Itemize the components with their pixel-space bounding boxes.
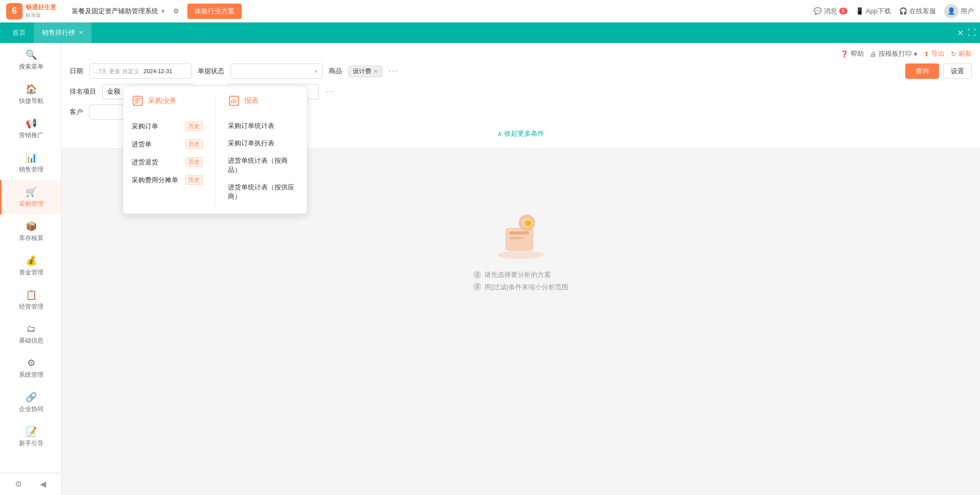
sidebar-item-inventory[interactable]: 📦 库存核算 (0, 214, 61, 249)
tab-sales-ranking-label: 销售排行榜 (42, 28, 75, 37)
filter-row-1: 日期 ...7天 更多 自定义 2024-12-31 单据状态 ▾ 商品 设计费 (70, 63, 972, 79)
purchase-order-stats-item[interactable]: 采购订单统计表 (228, 117, 299, 135)
tab-sales-ranking[interactable]: 销售排行榜 ✕ (34, 23, 92, 43)
status-label: 单据状态 (198, 67, 224, 76)
purchase-expense-item[interactable]: 采购费用分摊单 历史 (132, 171, 203, 189)
report-section-icon (228, 95, 240, 107)
system-title: 装餐及固定资产辅助管理系统 ▾ (72, 7, 165, 16)
purchase-order-exec-item[interactable]: 采购订单执行表 (228, 135, 299, 152)
tip2-dot: 2 (473, 283, 481, 291)
history-badge-1: 历史 (185, 139, 203, 149)
status-input[interactable]: ▾ (230, 63, 323, 79)
purchase-section-icon (132, 95, 144, 107)
salesperson-more-icon[interactable]: ··· (325, 87, 335, 96)
goods-label: 商品 (329, 67, 342, 76)
svg-rect-8 (229, 96, 239, 105)
chevron-down-icon[interactable]: ▾ (161, 7, 165, 15)
sidebar-collapse-icon[interactable]: ◀ (40, 479, 46, 489)
app-download-btn[interactable]: 📱 App下载 (856, 7, 891, 16)
top-right: 💬 消息 6 📱 App下载 🎧 在线客服 👤 用户 (814, 4, 974, 18)
svg-rect-2 (509, 231, 529, 234)
report-section-header: 报表 (228, 95, 299, 111)
goods-receipt-stats-by-supplier-item[interactable]: 进货单统计表（按供应商） (228, 179, 299, 205)
goods-receipt-stats-by-goods-item[interactable]: 进货单统计表（按商品） (228, 152, 299, 179)
basic-info-icon: 🗂 (27, 324, 36, 334)
sidebar-item-enterprise[interactable]: 🔗 企业协同 (0, 385, 61, 420)
message-badge: 6 (839, 8, 847, 14)
sidebar-item-marketing[interactable]: 📢 营销推广 (0, 112, 61, 146)
print-template-btn[interactable]: 🖨 按模板打印 ▾ (870, 49, 918, 58)
goods-filter: 设计费 ✕ (348, 66, 382, 77)
svg-point-0 (498, 251, 544, 259)
goods-return-item[interactable]: 进货退货 历史 (132, 153, 203, 171)
collapse-chevron-icon: ∧ (497, 130, 502, 138)
sidebar-item-sales[interactable]: 📊 销售管理 (0, 146, 61, 180)
tab-expand-icon[interactable]: ⛶ (968, 28, 976, 37)
main-layout: 🔍 搜索菜单 🏠 快捷导航 📢 营销推广 📊 销售管理 🛒 采购管理 📦 库存核… (0, 43, 980, 495)
setting-btn[interactable]: 设置 (943, 63, 972, 79)
logo-icon: 6 (6, 3, 23, 19)
message-icon: 💬 (814, 7, 822, 15)
empty-illustration: 😕 (490, 210, 551, 263)
goods-receipt-item[interactable]: 进货单 历史 (132, 135, 203, 153)
date-label: 日期 (70, 67, 83, 76)
inventory-icon: 📦 (26, 221, 37, 232)
operations-icon: 📋 (26, 289, 37, 300)
tab-bar: 首页 销售排行榜 ✕ ✕ ⛶ (0, 23, 980, 43)
goods-more-icon[interactable]: ··· (389, 67, 398, 76)
sidebar-item-purchase[interactable]: 🛒 采购管理 (0, 180, 61, 214)
help-btn[interactable]: ❓ 帮助 (840, 49, 864, 58)
sidebar-bottom: ⚙ ◀ (0, 472, 61, 495)
tab-close-icon[interactable]: ✕ (78, 29, 83, 36)
filter-toolbar: ❓ 帮助 🖨 按模板打印 ▾ ⬆ 导出 ↻ 刷新 (70, 49, 972, 58)
history-badge-2: 历史 (185, 157, 203, 167)
purchase-business-section: 采购业务 采购订单 历史 进货单 历史 进货退货 历史 采购费用分摊单 历史 (132, 95, 203, 205)
tip1-dot: 1 (473, 271, 481, 279)
menu-section-divider (215, 95, 216, 205)
top-bar: 6 畅通好生意 标准版 装餐及固定资产辅助管理系统 ▾ ⚙ 体验行业方案 💬 消… (0, 0, 980, 23)
goods-tag-close-icon[interactable]: ✕ (373, 68, 378, 75)
sales-icon: 📊 (26, 152, 37, 163)
settings-gear-icon[interactable]: ⚙ (169, 4, 183, 18)
query-btn[interactable]: 查询 (905, 63, 939, 79)
industry-btn[interactable]: 体验行业方案 (187, 4, 242, 19)
sidebar-item-operations[interactable]: 📋 经营管理 (0, 283, 61, 317)
sidebar-item-search[interactable]: 🔍 搜索菜单 (0, 43, 61, 77)
marketing-icon: 📢 (26, 118, 37, 129)
sidebar-item-finance[interactable]: 💰 资金管理 (0, 249, 61, 283)
svg-text:😕: 😕 (524, 219, 532, 227)
tab-bar-actions: ✕ ⛶ (957, 28, 976, 38)
export-btn[interactable]: ⬆ 导出 (924, 49, 945, 58)
customer-label: 客户 (70, 107, 83, 117)
tab-home[interactable]: 首页 (4, 23, 34, 43)
user-btn[interactable]: 👤 用户 (944, 4, 974, 18)
goods-tag: 设计费 ✕ (348, 66, 382, 77)
purchase-icon: 🛒 (26, 186, 37, 198)
svg-rect-1 (505, 228, 534, 251)
sidebar-settings-icon[interactable]: ⚙ (15, 479, 22, 489)
message-btn[interactable]: 💬 消息 6 (814, 7, 847, 16)
content-area: ❓ 帮助 🖨 按模板打印 ▾ ⬆ 导出 ↻ 刷新 日 (61, 43, 980, 495)
logo-text: 畅通好生意 标准版 (26, 3, 56, 19)
tab-minimize-icon[interactable]: ✕ (957, 28, 964, 38)
empty-text: 1 请先选择要分析的方案 2 用[过滤]条件来缩小分析范围 (473, 269, 568, 293)
sidebar-item-guide[interactable]: 📝 新手引导 (0, 420, 61, 454)
sidebar-item-basic-info[interactable]: 🗂 基础信息 (0, 317, 61, 351)
sidebar: 🔍 搜索菜单 🏠 快捷导航 📢 营销推广 📊 销售管理 🛒 采购管理 📦 库存核… (0, 43, 61, 495)
finance-icon: 💰 (26, 255, 37, 266)
print-chevron-icon: ▾ (914, 50, 918, 58)
report-section: 报表 采购订单统计表 采购订单执行表 进货单统计表（按商品） 进货单统计表（按供… (228, 95, 299, 205)
export-icon: ⬆ (924, 50, 929, 58)
history-badge-3: 历史 (185, 175, 203, 185)
system-title-text: 装餐及固定资产辅助管理系统 (72, 7, 158, 16)
refresh-btn[interactable]: ↻ 刷新 (951, 49, 972, 58)
avatar: 👤 (944, 4, 958, 18)
purchase-order-item[interactable]: 采购订单 历史 (132, 117, 203, 135)
sidebar-item-quick-nav[interactable]: 🏠 快捷导航 (0, 77, 61, 112)
date-input[interactable]: ...7天 更多 自定义 2024-12-31 (89, 63, 191, 79)
purchase-section-header: 采购业务 (132, 95, 203, 111)
online-service-btn[interactable]: 🎧 在线客服 (899, 7, 936, 16)
sidebar-item-system[interactable]: ⚙ 系统管理 (0, 351, 61, 385)
history-badge-0: 历史 (185, 121, 203, 131)
status-chevron-icon: ▾ (314, 68, 318, 75)
